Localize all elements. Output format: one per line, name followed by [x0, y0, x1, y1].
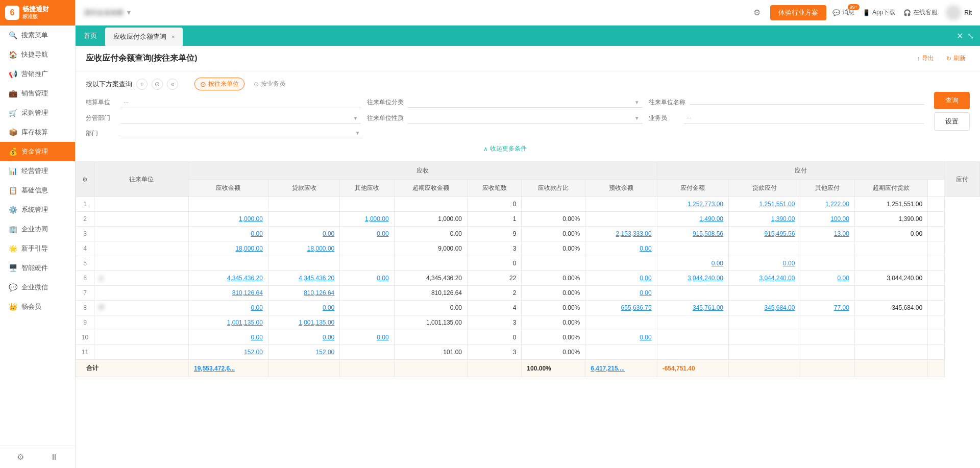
sidebar-item-sales[interactable]: 💼 销售管理 [0, 84, 75, 103]
row-prepaid-balance[interactable]: 0.00 [585, 330, 657, 345]
row-other-receivable[interactable] [340, 286, 394, 301]
refresh-button[interactable]: ↻ 刷新 [942, 52, 970, 65]
partner-nature-input[interactable]: ▼ [408, 113, 642, 124]
row-other-receivable[interactable] [340, 315, 394, 330]
row-payable-amount[interactable]: 915,508.56 [657, 227, 728, 241]
row-other-receivable[interactable]: 0.00 [340, 330, 394, 345]
row-loan-receivable[interactable]: 0.00 [268, 301, 339, 315]
row-loan-payable[interactable]: 3,044,240.00 [729, 271, 800, 286]
row-other-receivable[interactable] [340, 301, 394, 315]
row-prepaid-balance[interactable]: 0.00 [585, 286, 657, 301]
scheme2-button[interactable]: ⊙ 按业务员 [249, 78, 290, 90]
tab-active[interactable]: 应收应付余额查询 × [105, 28, 183, 46]
row-loan-receivable[interactable]: 4,345,436.20 [268, 271, 339, 286]
sidebar-item-corp[interactable]: 🏢 企业协同 [0, 219, 75, 239]
window-close-button[interactable]: ✕ [957, 31, 963, 41]
row-loan-payable[interactable]: 0.00 [729, 256, 800, 271]
row-payable-amount[interactable]: 1,490.00 [657, 212, 728, 227]
sidebar-settings-button[interactable]: ⚙ [15, 450, 26, 464]
sidebar-item-marketing[interactable]: 📢 营销推广 [0, 64, 75, 84]
partner-name-input[interactable] [690, 100, 924, 105]
row-loan-payable[interactable] [729, 241, 800, 256]
edit-scheme-button[interactable]: ⊙ [152, 79, 163, 90]
row-payable-amount[interactable] [657, 345, 728, 360]
table-settings-gear[interactable]: ⚙ [82, 176, 88, 183]
row-other-payable[interactable] [800, 256, 854, 271]
salesperson-input[interactable]: ··· [683, 112, 924, 124]
row-other-receivable[interactable] [340, 197, 394, 212]
row-loan-receivable[interactable]: 810,126.64 [268, 286, 339, 301]
row-payable-amount[interactable]: 1,252,773.00 [657, 197, 728, 212]
row-payable-amount[interactable]: 345,761.00 [657, 301, 728, 315]
row-prepaid-balance[interactable] [585, 256, 657, 271]
row-prepaid-balance[interactable] [585, 212, 657, 227]
settlement-unit-input[interactable]: ··· [120, 96, 361, 108]
sidebar-item-hardware[interactable]: 🖥️ 智能硬件 [0, 258, 75, 278]
sidebar-item-search-menu[interactable]: 🔍 搜索菜单 [0, 26, 75, 45]
user-info[interactable]: Rit [946, 5, 972, 20]
sidebar-collapse-button[interactable]: ⏸ [48, 451, 60, 464]
row-other-payable[interactable]: 100.00 [800, 212, 854, 227]
sidebar-item-guide[interactable]: 🌟 新手引导 [0, 239, 75, 258]
row-loan-receivable[interactable] [268, 197, 339, 212]
row-loan-payable[interactable]: 1,390.00 [729, 212, 800, 227]
window-expand-button[interactable]: ⤡ [967, 31, 974, 41]
online-service-button[interactable]: 🎧 在线客服 [903, 8, 938, 17]
tab-close-button[interactable]: × [172, 34, 175, 40]
col-settings-header[interactable]: ⚙ [76, 162, 94, 197]
row-payable-amount[interactable] [657, 241, 728, 256]
settings-button[interactable]: 设置 [934, 112, 970, 131]
dept-input[interactable]: ▼ [120, 128, 363, 138]
row-prepaid-balance[interactable]: 655,636.75 [585, 301, 657, 315]
sidebar-item-member[interactable]: 👑 畅会员 [0, 297, 75, 316]
row-payable-amount[interactable] [657, 330, 728, 345]
row-loan-receivable[interactable]: 18,000.00 [268, 241, 339, 256]
sidebar-item-system[interactable]: ⚙️ 系统管理 [0, 200, 75, 219]
row-receivable-amount[interactable]: 4,345,436.20 [189, 271, 268, 286]
row-receivable-amount[interactable]: 0.00 [189, 301, 268, 315]
row-receivable-amount[interactable]: 1,000.00 [189, 212, 268, 227]
row-receivable-amount[interactable]: 152.00 [189, 345, 268, 360]
row-prepaid-balance[interactable]: 0.00 [585, 241, 657, 256]
row-loan-receivable[interactable] [268, 212, 339, 227]
dept-manager-input[interactable]: ▼ [120, 113, 361, 124]
row-loan-payable[interactable]: 915,495.56 [729, 227, 800, 241]
active-scheme-button[interactable]: ⊙ 按往来单位 [194, 78, 244, 90]
row-other-receivable[interactable]: 1,000.00 [340, 212, 394, 227]
row-other-payable[interactable] [800, 345, 854, 360]
messages-button[interactable]: 💬 消息 99+ [832, 8, 854, 17]
row-other-payable[interactable] [800, 330, 854, 345]
row-payable-amount[interactable]: 0.00 [657, 256, 728, 271]
row-payable-amount[interactable] [657, 286, 728, 301]
app-download-button[interactable]: 📱 App下载 [863, 8, 895, 17]
row-other-receivable[interactable] [340, 241, 394, 256]
sidebar-item-operations[interactable]: 📊 经营管理 [0, 161, 75, 181]
sidebar-item-basic-info[interactable]: 📋 基础信息 [0, 181, 75, 200]
collapse-scheme-button[interactable]: « [167, 79, 178, 90]
row-loan-payable[interactable]: 345,684.00 [729, 301, 800, 315]
sidebar-item-weixin[interactable]: 💬 企业微信 [0, 278, 75, 297]
row-receivable-amount[interactable]: 810,126.64 [189, 286, 268, 301]
row-other-payable[interactable]: 77.00 [800, 301, 854, 315]
row-other-payable[interactable]: 13.00 [800, 227, 854, 241]
tab-home[interactable]: 首页 [76, 26, 105, 46]
row-prepaid-balance[interactable] [585, 345, 657, 360]
row-other-payable[interactable]: 0.00 [800, 271, 854, 286]
row-other-payable[interactable] [800, 241, 854, 256]
row-payable-amount[interactable]: 3,044,240.00 [657, 271, 728, 286]
row-prepaid-balance[interactable] [585, 315, 657, 330]
row-loan-payable[interactable] [729, 330, 800, 345]
add-scheme-button[interactable]: + [136, 79, 148, 90]
row-other-receivable[interactable]: 0.00 [340, 271, 394, 286]
collapse-filter-button[interactable]: ∧ 收起更多条件 [86, 142, 924, 155]
row-other-payable[interactable]: 1,222.00 [800, 197, 854, 212]
row-other-receivable[interactable] [340, 256, 394, 271]
partner-category-input[interactable]: ▼ [408, 97, 642, 108]
row-loan-payable[interactable]: 1,251,551.00 [729, 197, 800, 212]
row-prepaid-balance[interactable]: 2,153,333.00 [585, 227, 657, 241]
row-payable-amount[interactable] [657, 315, 728, 330]
row-prepaid-balance[interactable] [585, 197, 657, 212]
row-other-payable[interactable] [800, 286, 854, 301]
row-loan-receivable[interactable]: 152.00 [268, 345, 339, 360]
row-loan-receivable[interactable] [268, 256, 339, 271]
